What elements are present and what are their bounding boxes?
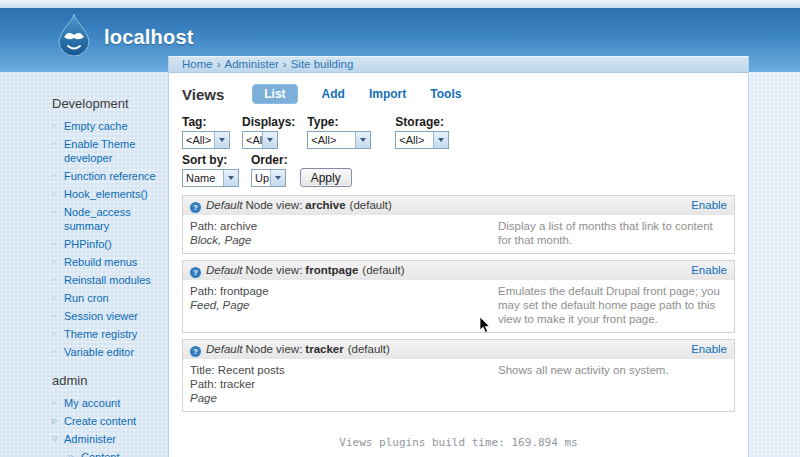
sidebar-link[interactable]: Function reference (64, 170, 156, 182)
displays-filter-select[interactable]: <All> (242, 131, 278, 149)
view-name: frontpage (305, 264, 358, 276)
sidebar-link[interactable]: Empty cache (64, 120, 128, 132)
view-row-frontpage: ?DefaultNode view:frontpage(default) Ena… (182, 260, 735, 333)
view-display-types: Feed, Page (190, 298, 498, 312)
sidebar-item-phpinfo[interactable]: ◦PHPinfo() (52, 237, 168, 251)
sidebar-link[interactable]: Session viewer (64, 310, 138, 322)
filter-order: Order: Up (251, 153, 288, 187)
select-arrow-icon[interactable] (270, 170, 285, 186)
type-filter-select[interactable]: <All> (307, 131, 371, 149)
tag-filter-select[interactable]: <All> (182, 131, 230, 149)
sidebar-item-administer[interactable]: ▿Administer (52, 432, 168, 446)
sort-by-select[interactable]: Name (182, 169, 239, 187)
view-storage-badge: Default (206, 199, 242, 211)
sidebar-item-session-viewer[interactable]: ◦Session viewer (52, 309, 168, 323)
tab-tools[interactable]: Tools (430, 87, 461, 101)
sidebar-item-hook-elements[interactable]: ◦Hook_elements() (52, 187, 168, 201)
breadcrumb-link-site-building[interactable]: Site building (291, 58, 354, 70)
circle-bullet-icon: ◦ (52, 274, 56, 286)
help-icon[interactable]: ? (190, 346, 201, 357)
sidebar-link[interactable]: PHPinfo() (64, 238, 112, 250)
sidebar: Development ◦Empty cache ◦Enable Theme d… (0, 72, 168, 457)
view-name: tracker (305, 343, 343, 355)
circle-bullet-icon: ◦ (52, 256, 56, 268)
sidebar-link[interactable]: Administer (64, 433, 116, 445)
drupal-logo-icon[interactable] (52, 13, 96, 59)
sidebar-item-create-content[interactable]: ▹Create content (52, 414, 168, 428)
enable-link[interactable]: Enable (691, 264, 727, 277)
breadcrumb-link-home[interactable]: Home (182, 58, 213, 70)
sidebar-link[interactable]: Rebuild menus (64, 256, 137, 268)
sidebar-link[interactable]: Create content (64, 415, 136, 427)
view-row-header: ?DefaultNode view:archive(default) Enabl… (183, 196, 734, 215)
circle-bullet-icon: ◦ (52, 292, 56, 304)
order-value: Up (252, 172, 270, 184)
sidebar-item-node-access-summary[interactable]: ◦Node_access summary (52, 205, 168, 233)
view-details: Title: Recent posts Path: tracker Page (190, 363, 498, 405)
select-arrow-icon[interactable] (262, 132, 277, 148)
circle-bullet-icon: ◦ (52, 138, 56, 150)
sidebar-link[interactable]: My account (64, 397, 120, 409)
tab-import[interactable]: Import (369, 87, 406, 101)
view-title: Title: Recent posts (190, 363, 498, 377)
select-arrow-icon[interactable] (223, 170, 238, 186)
sidebar-link[interactable]: Enable Theme developer (64, 138, 135, 164)
breadcrumb-link-administer[interactable]: Administer (225, 58, 279, 70)
type-label: Type: (307, 115, 371, 129)
enable-link[interactable]: Enable (691, 199, 727, 212)
collapsed-triangle-icon[interactable]: ▹ (69, 450, 75, 457)
sidebar-link[interactable]: Node_access summary (64, 206, 131, 232)
tag-label: Tag: (182, 115, 230, 129)
sidebar-link[interactable]: Run cron (64, 292, 109, 304)
help-icon[interactable]: ? (190, 202, 201, 213)
sidebar-item-theme-registry[interactable]: ◦Theme registry (52, 327, 168, 341)
view-name: archive (305, 199, 345, 211)
sidebar-item-run-cron[interactable]: ◦Run cron (52, 291, 168, 305)
storage-filter-value: <All> (396, 134, 433, 146)
sidebar-item-function-reference[interactable]: ◦Function reference (52, 169, 168, 183)
sidebar-link[interactable]: Reinstall modules (64, 274, 151, 286)
help-icon[interactable]: ? (190, 267, 201, 278)
sidebar-item-content-management[interactable]: ▹Content management (69, 450, 153, 457)
sidebar-item-enable-theme-developer[interactable]: ◦Enable Theme developer (52, 137, 168, 165)
circle-bullet-icon: ◦ (52, 206, 56, 218)
order-label: Order: (251, 153, 288, 167)
sidebar-item-my-account[interactable]: ◦My account (52, 396, 168, 410)
tab-list[interactable]: List (252, 84, 297, 104)
view-description: Shows all new activity on system. (498, 363, 727, 405)
sidebar-item-empty-cache[interactable]: ◦Empty cache (52, 119, 168, 133)
sidebar-link[interactable]: Theme registry (64, 328, 137, 340)
breadcrumb-separator: › (283, 58, 287, 70)
views-list: ?DefaultNode view:archive(default) Enabl… (182, 195, 735, 412)
sidebar-link[interactable]: Content management (81, 451, 145, 457)
select-arrow-icon[interactable] (355, 132, 370, 148)
breadcrumb-separator: › (217, 58, 221, 70)
apply-button[interactable]: Apply (300, 168, 352, 187)
view-row-header: ?DefaultNode view:tracker(default) Enabl… (183, 340, 734, 359)
select-arrow-icon[interactable] (214, 132, 229, 148)
storage-filter-select[interactable]: <All> (395, 131, 449, 149)
filter-tag: Tag: <All> (182, 115, 230, 149)
select-arrow-icon[interactable] (433, 132, 448, 148)
sidebar-heading-admin: admin (52, 373, 168, 388)
enable-link[interactable]: Enable (691, 343, 727, 356)
view-suffix: (default) (350, 199, 392, 211)
order-select[interactable]: Up (251, 169, 286, 187)
sort-by-label: Sort by: (182, 153, 239, 167)
circle-bullet-icon: ◦ (52, 120, 56, 132)
collapsed-triangle-icon[interactable]: ▹ (52, 414, 58, 426)
tab-add[interactable]: Add (322, 87, 345, 101)
sidebar-item-rebuild-menus[interactable]: ◦Rebuild menus (52, 255, 168, 269)
site-name[interactable]: localhost (104, 26, 194, 49)
displays-label: Displays: (242, 115, 295, 129)
expanded-triangle-icon[interactable]: ▿ (52, 432, 58, 444)
page-title: Views (182, 86, 224, 103)
sidebar-item-variable-editor[interactable]: ◦Variable editor (52, 345, 168, 359)
sidebar-link[interactable]: Hook_elements() (64, 188, 148, 200)
filter-displays: Displays: <All> (242, 115, 295, 149)
circle-bullet-icon: ◦ (52, 310, 56, 322)
sidebar-link[interactable]: Variable editor (64, 346, 134, 358)
circle-bullet-icon: ◦ (52, 397, 56, 409)
build-time-stats: Views plugins build time: 169.894 ms Vie… (182, 436, 735, 457)
sidebar-item-reinstall-modules[interactable]: ◦Reinstall modules (52, 273, 168, 287)
